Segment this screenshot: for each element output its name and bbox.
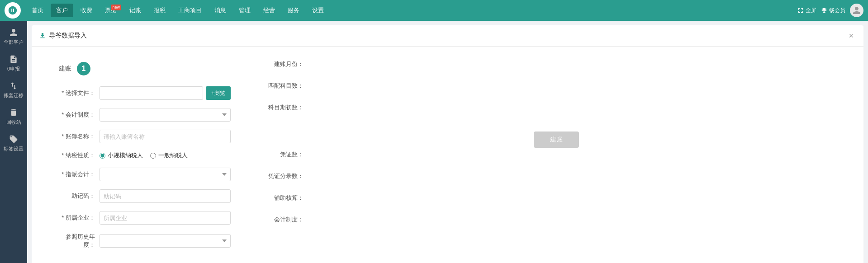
- match-subject-label: 匹配科目数：: [267, 82, 308, 90]
- nav-home[interactable]: 首页: [26, 4, 49, 17]
- app-logo[interactable]: [5, 2, 21, 19]
- tax-radio-group: 小规模纳税人 一般纳税人: [100, 151, 231, 160]
- nav-service[interactable]: 服务: [282, 4, 305, 17]
- build-button[interactable]: 建账: [534, 132, 579, 148]
- step-header: 建账 1: [59, 62, 231, 75]
- company-row: * 所属企业：: [59, 211, 231, 225]
- tax-type-row: * 纳税性质： 小规模纳税人 一般纳税人: [59, 151, 231, 160]
- tax-small-radio[interactable]: 小规模纳税人: [100, 151, 143, 160]
- aux-calc-label: 辅助核算：: [267, 194, 308, 202]
- step-circle: 1: [77, 62, 90, 75]
- nav-message[interactable]: 消息: [209, 4, 232, 17]
- company-input[interactable]: [100, 211, 231, 225]
- history-year-label: 参照历史年度：: [59, 233, 100, 249]
- panel-close-button[interactable]: ×: [846, 31, 856, 41]
- sidebar-item-tag[interactable]: 标签设置: [1, 131, 26, 156]
- fullscreen-btn[interactable]: 全屏: [797, 7, 816, 14]
- step-section: 建账 1 * 选择文件： +浏览: [32, 57, 249, 262]
- panel-header: 导爷数据导入 ×: [32, 25, 863, 47]
- member-btn[interactable]: 畅会员: [821, 7, 845, 14]
- accounting-system-info-label: 会计制度：: [267, 216, 308, 224]
- period-init-row: 科目期初数：: [267, 101, 845, 114]
- history-year-select[interactable]: [100, 234, 231, 248]
- accounting-system-select[interactable]: 小企业会计准则 企业会计准则 行政事业单位会计制度: [100, 108, 231, 122]
- panel-body: 建账 1 * 选择文件： +浏览: [32, 47, 863, 263]
- file-label: * 选择文件：: [59, 89, 100, 97]
- company-label: * 所属企业：: [59, 214, 100, 222]
- panel-title-area: 导爷数据导入: [39, 32, 87, 40]
- memo-label: 助记码：: [59, 192, 100, 200]
- accounting-system-label: * 会计制度：: [59, 111, 100, 119]
- aux-calc-row: 辅助核算：: [267, 191, 845, 205]
- sidebar-item-migrate[interactable]: 账套迁移: [1, 78, 26, 103]
- voucher-records-row: 凭证分录数：: [267, 169, 845, 183]
- main-layout: 全部客户 0申报 账套迁移 回收站 标签设置 导爷数据导入: [0, 21, 868, 263]
- nav-tax[interactable]: 报税: [148, 4, 171, 17]
- voucher-row: 凭证数：: [267, 148, 845, 161]
- nav-manage[interactable]: 管理: [233, 4, 256, 17]
- voucher-label: 凭证数：: [267, 150, 308, 159]
- period-init-label: 科目期初数：: [267, 103, 308, 112]
- memo-input[interactable]: [100, 189, 231, 203]
- match-subject-row: 匹配科目数：: [267, 79, 845, 93]
- info-section: 建账月份： 匹配科目数： 科目期初数： 建账: [249, 57, 863, 262]
- sidebar-item-recycle[interactable]: 回收站: [1, 104, 26, 129]
- sidebar-item-all-clients[interactable]: 全部客户: [1, 24, 26, 49]
- top-navigation: 首页 客户 收费 票据 new 记账 报税 工商项目 消息 管理 经营 服务 设…: [0, 0, 868, 21]
- nav-finance[interactable]: 经营: [258, 4, 280, 17]
- file-input-area: +浏览: [100, 86, 231, 100]
- invoice-badge: new: [111, 5, 121, 10]
- file-input[interactable]: [100, 86, 203, 100]
- build-button-row: 建账: [267, 132, 845, 148]
- nav-ledger[interactable]: 记账: [124, 4, 147, 17]
- accounting-system-row: * 会计制度： 小企业会计准则 企业会计准则 行政事业单位会计制度: [59, 108, 231, 122]
- assign-accountant-label: * 指派会计：: [59, 170, 100, 178]
- history-year-row: 参照历史年度：: [59, 233, 231, 249]
- build-month-row: 建账月份：: [267, 57, 845, 71]
- ledger-name-label: * 账簿名称：: [59, 132, 100, 141]
- tax-type-label: * 纳税性质：: [59, 151, 100, 160]
- nav-settings[interactable]: 设置: [307, 4, 329, 17]
- assign-accountant-row: * 指派会计：: [59, 168, 231, 181]
- browse-button[interactable]: +浏览: [206, 86, 231, 100]
- step-label: 建账: [59, 65, 71, 73]
- ledger-name-input[interactable]: [100, 130, 231, 143]
- ledger-name-row: * 账簿名称：: [59, 130, 231, 143]
- sidebar-item-declaration[interactable]: 0申报: [1, 51, 26, 76]
- nav-biz[interactable]: 工商项目: [173, 4, 207, 17]
- tax-general-radio[interactable]: 一般纳税人: [150, 151, 188, 160]
- sidebar: 全部客户 0申报 账套迁移 回收站 标签设置: [0, 21, 27, 263]
- nav-invoice[interactable]: 票据 new: [100, 4, 122, 17]
- file-row: * 选择文件： +浏览: [59, 86, 231, 100]
- import-panel: 导爷数据导入 × 建账 1 * 选择文件：: [32, 25, 863, 263]
- assign-accountant-select[interactable]: [100, 168, 231, 181]
- panel-title: 导爷数据导入: [49, 32, 87, 40]
- accounting-system-info-row: 会计制度：: [267, 213, 845, 226]
- voucher-records-label: 凭证分录数：: [267, 172, 308, 180]
- main-content: 导爷数据导入 × 建账 1 * 选择文件：: [27, 21, 868, 263]
- import-icon: [39, 32, 46, 39]
- nav-client[interactable]: 客户: [51, 4, 73, 17]
- user-avatar[interactable]: [850, 4, 863, 17]
- nav-right: 全屏 畅会员: [797, 4, 863, 17]
- memo-row: 助记码：: [59, 189, 231, 203]
- nav-fee[interactable]: 收费: [75, 4, 98, 17]
- build-month-label: 建账月份：: [267, 60, 308, 68]
- nav-items: 首页 客户 收费 票据 new 记账 报税 工商项目 消息 管理 经营 服务 设…: [26, 4, 797, 17]
